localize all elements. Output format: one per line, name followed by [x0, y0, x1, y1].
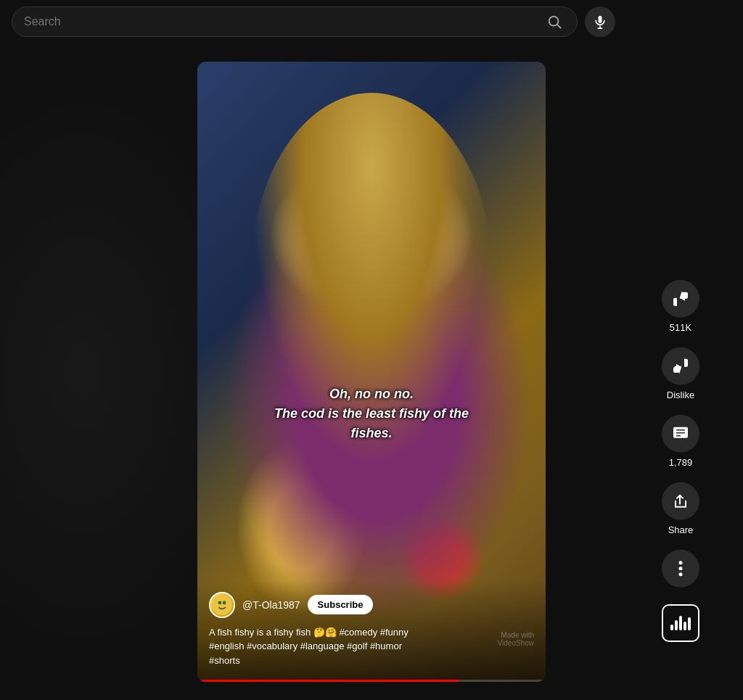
channel-row: @T-Ola1987 Subscribe	[209, 592, 534, 618]
like-count: 511K	[670, 321, 691, 332]
share-label: Share	[668, 524, 694, 535]
comments-action: 1,789	[662, 414, 699, 467]
video-subtitle: Oh, no no no. The cod is the least fishy…	[215, 384, 528, 443]
dislike-button[interactable]	[662, 347, 699, 384]
share-icon	[672, 492, 689, 509]
svg-point-0	[549, 17, 559, 26]
video-player[interactable]: Oh, no no no. The cod is the least fishy…	[197, 62, 546, 682]
svg-point-14	[679, 572, 683, 576]
search-icon	[546, 14, 562, 30]
channel-avatar	[209, 592, 235, 618]
avatar-inner	[210, 593, 234, 617]
video-description: A fish fishy is a fishy fish 🤔🤗 #comedy …	[209, 625, 534, 668]
action-buttons: 511K Dislike 1,789	[662, 279, 699, 587]
svg-point-6	[218, 601, 222, 604]
sound-btn-wrapper	[662, 604, 699, 642]
search-input[interactable]	[24, 15, 543, 28]
mic-icon	[593, 15, 607, 29]
share-button[interactable]	[662, 482, 699, 519]
svg-rect-2	[599, 16, 602, 23]
mic-button[interactable]	[585, 7, 615, 37]
thumbs-down-icon	[672, 357, 689, 374]
more-action	[662, 549, 699, 587]
video-bottom-overlay: @T-Ola1987 Subscribe A fish fishy is a f…	[197, 580, 546, 683]
share-action: Share	[662, 482, 699, 535]
channel-name: @T-Ola1987	[242, 599, 300, 611]
dislike-label: Dislike	[667, 389, 694, 400]
comment-icon	[672, 424, 689, 442]
svg-point-13	[679, 567, 683, 570]
sound-bars-button[interactable]	[662, 604, 699, 642]
subscribe-button[interactable]: Subscribe	[308, 595, 374, 614]
sound-bars-icon	[670, 616, 691, 630]
svg-point-5	[212, 595, 232, 615]
header	[0, 0, 743, 44]
dislike-action: Dislike	[662, 347, 699, 400]
svg-line-1	[557, 25, 561, 28]
svg-point-7	[223, 601, 226, 604]
thumbs-up-icon	[672, 289, 689, 307]
progress-bar[interactable]	[197, 680, 546, 682]
like-action: 511K	[662, 279, 699, 332]
comments-count: 1,789	[669, 456, 693, 467]
progress-fill	[197, 680, 459, 682]
svg-point-12	[679, 561, 683, 564]
like-button[interactable]	[662, 279, 699, 317]
search-bar	[12, 7, 578, 37]
comments-button[interactable]	[662, 414, 699, 452]
more-options-icon	[678, 559, 683, 577]
more-options-button[interactable]	[662, 549, 699, 587]
search-button[interactable]	[543, 11, 565, 33]
main-content: Oh, no no no. The cod is the least fishy…	[0, 44, 743, 700]
